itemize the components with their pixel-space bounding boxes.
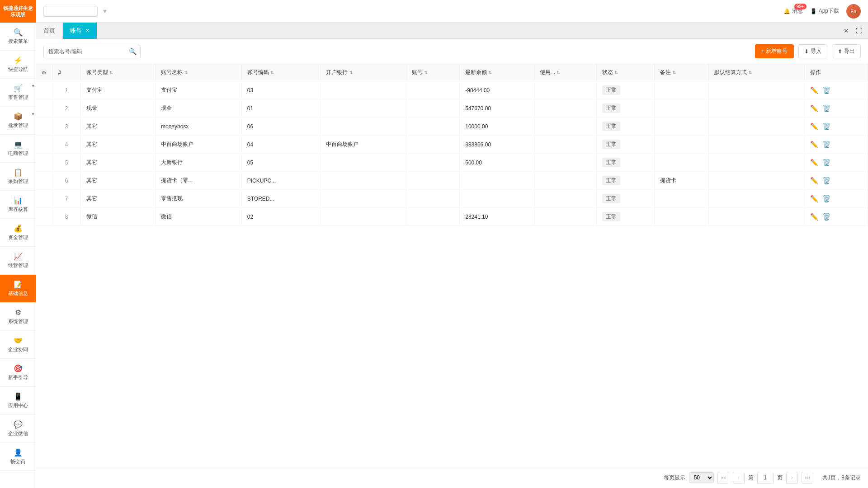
table-row: 7 其它 零售抵现 STORED... 正常 ✏️ 🗑️ bbox=[36, 190, 868, 208]
tab-home[interactable]: 首页 bbox=[36, 23, 63, 39]
add-account-button[interactable]: + 新增账号 bbox=[755, 44, 794, 58]
edit-icon-5[interactable]: ✏️ bbox=[810, 177, 819, 185]
page-first-button[interactable]: ⏮ bbox=[717, 472, 729, 483]
row-action-6: ✏️ 🗑️ bbox=[805, 190, 868, 208]
sidebar-label-4: 电商管理 bbox=[8, 150, 28, 157]
row-action-0: ✏️ 🗑️ bbox=[805, 81, 868, 99]
col-name[interactable]: 账号名称⇅ bbox=[156, 64, 242, 81]
maximize-tab-button[interactable]: ⛶ bbox=[854, 25, 864, 36]
tab-account[interactable]: 账号 ✕ bbox=[63, 23, 97, 39]
row-code-6: STORED... bbox=[241, 190, 320, 208]
page-next-button[interactable]: › bbox=[786, 472, 798, 483]
sidebar-item-5[interactable]: 📋 采购管理 bbox=[0, 163, 36, 191]
sidebar-item-10[interactable]: ⚙ 系统管理 bbox=[0, 303, 36, 331]
delete-icon-2[interactable]: 🗑️ bbox=[822, 122, 831, 131]
edit-icon-4[interactable]: ✏️ bbox=[810, 159, 819, 167]
col-code[interactable]: 账号编码⇅ bbox=[241, 64, 320, 81]
delete-icon-1[interactable]: 🗑️ bbox=[822, 104, 831, 113]
edit-icon-2[interactable]: ✏️ bbox=[810, 122, 819, 131]
sidebar-label-5: 采购管理 bbox=[8, 178, 28, 185]
sidebar-item-12[interactable]: 🎯 新手引导 bbox=[0, 359, 36, 387]
delete-icon-5[interactable]: 🗑️ bbox=[822, 177, 831, 185]
row-balance-6 bbox=[460, 190, 534, 208]
row-settings-0 bbox=[36, 81, 52, 99]
row-remark-2 bbox=[654, 117, 708, 136]
top-search-input[interactable] bbox=[43, 6, 98, 17]
edit-icon-6[interactable]: ✏️ bbox=[810, 195, 819, 203]
sidebar-item-7[interactable]: 💰 资金管理 bbox=[0, 219, 36, 247]
row-balance-0: -90444.00 bbox=[460, 81, 534, 99]
sidebar-item-11[interactable]: 🤝 企业协同 bbox=[0, 331, 36, 359]
sidebar-item-15[interactable]: 👤 畅会员 bbox=[0, 443, 36, 471]
sidebar-icon-5: 📋 bbox=[14, 168, 23, 177]
delete-icon-4[interactable]: 🗑️ bbox=[822, 159, 831, 167]
col-index: # bbox=[52, 64, 80, 81]
row-usage-0 bbox=[534, 81, 597, 99]
page-last-button[interactable]: ⏭ bbox=[802, 472, 813, 483]
page-prev-button[interactable]: ‹ bbox=[733, 472, 745, 483]
sidebar-label-13: 应用中心 bbox=[8, 402, 28, 409]
edit-icon-3[interactable]: ✏️ bbox=[810, 141, 819, 149]
sidebar-item-3[interactable]: 📦 批发管理 ▾ bbox=[0, 107, 36, 135]
row-bank-6 bbox=[320, 190, 406, 208]
col-account[interactable]: 账号⇅ bbox=[406, 64, 460, 81]
edit-icon-7[interactable]: ✏️ bbox=[810, 213, 819, 221]
sidebar-item-13[interactable]: 📱 应用中心 bbox=[0, 387, 36, 415]
col-status[interactable]: 状态⇅ bbox=[597, 64, 655, 81]
edit-icon-1[interactable]: ✏️ bbox=[810, 104, 819, 113]
sidebar-item-6[interactable]: 📊 库存核算 bbox=[0, 191, 36, 219]
row-index-5: 6 bbox=[52, 172, 80, 190]
row-bank-5 bbox=[320, 172, 406, 190]
row-default-payment-1 bbox=[708, 99, 804, 117]
sidebar-item-1[interactable]: ⚡ 快捷导航 bbox=[0, 51, 36, 79]
delete-icon-3[interactable]: 🗑️ bbox=[822, 141, 831, 149]
toolbar-left: 🔍 bbox=[43, 45, 141, 58]
sidebar-item-14[interactable]: 💬 企业微信 bbox=[0, 415, 36, 443]
sidebar-item-2[interactable]: 🛒 零售管理 ▾ bbox=[0, 79, 36, 107]
notification-button[interactable]: 🔔 消息 99+ bbox=[783, 7, 803, 15]
row-balance-1: 547670.00 bbox=[460, 99, 534, 117]
delete-icon-0[interactable]: 🗑️ bbox=[822, 86, 831, 94]
col-default-payment[interactable]: 默认结算方式⇅ bbox=[708, 64, 804, 81]
sidebar-icon-15: 👤 bbox=[14, 448, 23, 457]
row-name-2: moneybosx bbox=[156, 117, 242, 136]
search-input[interactable] bbox=[44, 46, 125, 57]
row-type-0: 支付宝 bbox=[80, 81, 155, 99]
sidebar-item-4[interactable]: 💻 电商管理 bbox=[0, 135, 36, 163]
close-tab-button[interactable]: ✕ bbox=[841, 25, 852, 36]
col-balance[interactable]: 最新余额⇅ bbox=[460, 64, 534, 81]
row-index-7: 8 bbox=[52, 208, 80, 226]
sidebar-item-0[interactable]: 🔍 搜索菜单 bbox=[0, 23, 36, 51]
user-avatar[interactable]: Ea bbox=[846, 4, 861, 19]
row-settings-2 bbox=[36, 117, 52, 136]
delete-icon-7[interactable]: 🗑️ bbox=[822, 213, 831, 221]
page-size-select[interactable]: 50 20 100 bbox=[689, 472, 714, 483]
row-status-4: 正常 bbox=[597, 154, 655, 172]
dropdown-icon[interactable]: ▾ bbox=[103, 7, 107, 15]
search-button[interactable]: 🔍 bbox=[125, 45, 140, 58]
row-status-0: 正常 bbox=[597, 81, 655, 99]
col-bank[interactable]: 开户银行⇅ bbox=[320, 64, 406, 81]
row-bank-1 bbox=[320, 99, 406, 117]
row-usage-5 bbox=[534, 172, 597, 190]
col-remark[interactable]: 备注⇅ bbox=[654, 64, 708, 81]
import-button[interactable]: ⬇ 导入 bbox=[798, 44, 827, 58]
row-index-4: 5 bbox=[52, 154, 80, 172]
page-input[interactable] bbox=[757, 472, 774, 483]
row-remark-3 bbox=[654, 136, 708, 154]
sidebar-item-8[interactable]: 📈 经营管理 bbox=[0, 247, 36, 275]
row-default-payment-2 bbox=[708, 117, 804, 136]
sidebar-icon-13: 📱 bbox=[14, 392, 23, 401]
col-usage[interactable]: 使用...⇅ bbox=[534, 64, 597, 81]
edit-icon-0[interactable]: ✏️ bbox=[810, 86, 819, 94]
col-type[interactable]: 账号类型⇅ bbox=[80, 64, 155, 81]
sidebar: 畅捷通好生意乐观版 🔍 搜索菜单 ⚡ 快捷导航 🛒 零售管理 ▾ 📦 批发管理 … bbox=[0, 0, 36, 488]
row-account-7 bbox=[406, 208, 460, 226]
delete-icon-6[interactable]: 🗑️ bbox=[822, 195, 831, 203]
sidebar-item-9[interactable]: 📝 基础信息 bbox=[0, 275, 36, 303]
export-button[interactable]: ⬆ 导出 bbox=[832, 44, 861, 58]
col-settings[interactable]: ⚙ bbox=[36, 64, 52, 81]
app-download-button[interactable]: 📱 App下载 bbox=[810, 7, 839, 15]
tab-account-label: 账号 bbox=[70, 27, 82, 35]
close-tab-icon[interactable]: ✕ bbox=[85, 28, 90, 33]
